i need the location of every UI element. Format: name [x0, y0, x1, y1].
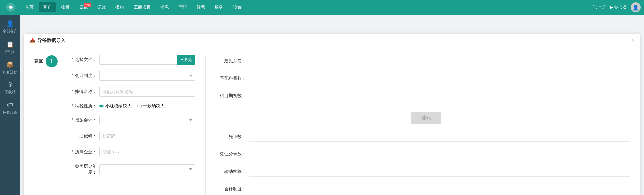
file-input-group: +浏览	[99, 55, 195, 65]
nav-item-invoice[interactable]: 票据 new	[75, 2, 92, 12]
logo	[3, 0, 18, 15]
sidebar-item-account-migration[interactable]: 📦 账套迁移	[1, 58, 19, 77]
nav-item-client[interactable]: 客户	[39, 2, 56, 12]
file-row: * 选择文件： +浏览	[70, 55, 195, 65]
company-label: * 所属企业：	[70, 149, 97, 155]
right-account-system-label: 会计制度：	[216, 186, 246, 192]
member-button[interactable]: ▶ 畅会员	[610, 5, 627, 10]
subjects-init-row: 科目期初数：	[216, 91, 630, 101]
general-taxpayer-radio[interactable]	[137, 104, 142, 108]
file-label: * 选择文件：	[70, 57, 97, 63]
sidebar-item-recycle[interactable]: 🗑 回收站	[1, 79, 19, 97]
form-section-right: 建账月份： 匹配科目数： 科目期初数： 建账	[216, 55, 630, 195]
voucher-count-value	[249, 132, 630, 142]
account-system-row: * 会计制度：	[70, 71, 195, 81]
dialog: 📥 导爷数据导入 × 建账 1 * 选择文件：	[24, 34, 640, 195]
right-account-system-value	[249, 184, 630, 194]
tax-type-radio-group: 小规模纳税人 一般纳税人	[99, 103, 195, 109]
company-input[interactable]	[99, 147, 195, 157]
sidebar-item-zero-declaration[interactable]: 📋 0申报	[1, 38, 19, 57]
recycle-icon: 🗑	[7, 81, 13, 88]
accountant-row: * 指派会计：	[70, 115, 195, 125]
build-month-label: 建账月份：	[216, 58, 246, 64]
account-system-label: * 会计制度：	[70, 73, 97, 79]
tag-settings-icon: 🏷	[7, 102, 13, 109]
main-content: 📥 导爷数据导入 × 建账 1 * 选择文件：	[20, 29, 644, 195]
nav-item-tax[interactable]: 报税	[111, 2, 128, 12]
fullscreen-button[interactable]: ⛶ 全屏	[593, 5, 606, 10]
step-label: 建账	[34, 58, 43, 64]
ledger-name-input[interactable]	[99, 87, 195, 97]
form-fields: * 选择文件： +浏览 * 会计制度：	[70, 55, 195, 195]
aux-accounting-value	[249, 167, 630, 177]
nav-item-admin[interactable]: 管理	[175, 2, 191, 12]
form-section-left: 建账 1 * 选择文件： +浏览	[34, 55, 195, 195]
dialog-close-button[interactable]: ×	[632, 38, 635, 44]
voucher-entries-value	[249, 149, 630, 159]
step-circle: 1	[46, 55, 58, 67]
build-month-value	[249, 56, 630, 66]
section-divider	[205, 55, 206, 195]
sidebar-item-tag-settings[interactable]: 🏷 标签设置	[1, 99, 19, 118]
tax-type-label: * 纳税性质：	[70, 103, 97, 109]
dialog-header: 📥 导爷数据导入 ×	[24, 34, 640, 48]
member-icon: ▶	[610, 5, 613, 10]
aux-accounting-row: 辅助核算：	[216, 167, 630, 177]
fullscreen-icon: ⛶	[593, 5, 597, 10]
subjects-init-label: 科目期初数：	[216, 93, 246, 99]
aux-accounting-label: 辅助核算：	[216, 169, 246, 175]
zero-declaration-icon: 📋	[6, 41, 14, 48]
voucher-entries-row: 凭证分录数：	[216, 149, 630, 159]
right-account-system-row: 会计制度：	[216, 184, 630, 194]
nav-item-industry[interactable]: 工商项目	[130, 2, 155, 12]
svg-point-1	[9, 6, 12, 9]
company-row: * 所属企业：	[70, 147, 195, 157]
memo-code-row: 助记码：	[70, 131, 195, 141]
accountant-select[interactable]	[99, 115, 195, 125]
nav-item-service[interactable]: 服务	[211, 2, 228, 12]
import-icon: 📥	[30, 38, 35, 43]
voucher-entries-label: 凭证分录数：	[216, 151, 246, 157]
account-system-select[interactable]	[99, 71, 195, 81]
build-month-row: 建账月份：	[216, 56, 630, 66]
dialog-body: 建账 1 * 选择文件： +浏览	[24, 48, 640, 195]
file-input[interactable]	[99, 55, 177, 65]
nav-items: 首页 客户 收费 票据 new 记账 报税 工商项目 消息 管理 经营 服务 设…	[21, 2, 593, 12]
build-account-button[interactable]: 建账	[411, 112, 441, 124]
memo-code-label: 助记码：	[70, 133, 97, 139]
accountant-label: * 指派会计：	[70, 117, 97, 123]
nav-item-bookkeeping[interactable]: 记账	[93, 2, 110, 12]
history-year-row: 参照历史年度：	[70, 163, 195, 175]
nav-item-message[interactable]: 消息	[156, 2, 173, 12]
memo-code-input[interactable]	[99, 131, 195, 141]
voucher-count-row: 凭证数：	[216, 132, 630, 142]
top-navigation: 首页 客户 收费 票据 new 记账 报税 工商项目 消息 管理 经营 服务 设…	[0, 0, 644, 15]
nav-right: ⛶ 全屏 ▶ 畅会员 👤	[593, 2, 641, 12]
voucher-count-label: 凭证数：	[216, 134, 246, 140]
sidebar-item-all-clients[interactable]: 👤 全部客户	[1, 17, 19, 37]
match-subjects-row: 匹配科目数：	[216, 73, 630, 83]
match-subjects-label: 匹配科目数：	[216, 75, 246, 81]
ledger-name-label: * 账簿名称：	[70, 89, 97, 95]
history-year-label: 参照历史年度：	[70, 163, 97, 175]
subjects-init-value	[249, 91, 630, 101]
nav-item-settings[interactable]: 设置	[229, 2, 246, 12]
dialog-title: 📥 导爷数据导入	[30, 38, 65, 44]
match-subjects-value	[249, 73, 630, 83]
nav-item-operation[interactable]: 经营	[193, 2, 209, 12]
new-badge: new	[84, 3, 91, 7]
nav-item-fee[interactable]: 收费	[57, 2, 74, 12]
nav-item-home[interactable]: 首页	[21, 2, 38, 12]
account-migration-icon: 📦	[6, 61, 14, 68]
sidebar: 👤 全部客户 📋 0申报 📦 账套迁移 🗑 回收站 🏷 标签设置	[0, 15, 20, 195]
right-fields: 建账月份： 匹配科目数： 科目期初数： 建账	[216, 55, 630, 194]
small-taxpayer-radio[interactable]	[99, 104, 104, 108]
all-clients-icon: 👤	[6, 20, 14, 27]
history-year-select[interactable]	[99, 164, 195, 174]
tax-type-row: * 纳税性质： 小规模纳税人 一般纳税人	[70, 103, 195, 109]
ledger-name-row: * 账簿名称：	[70, 87, 195, 97]
avatar[interactable]: 👤	[631, 2, 641, 12]
general-taxpayer-option[interactable]: 一般纳税人	[137, 103, 165, 109]
small-taxpayer-option[interactable]: 小规模纳税人	[99, 103, 132, 109]
browse-button[interactable]: +浏览	[177, 55, 195, 65]
